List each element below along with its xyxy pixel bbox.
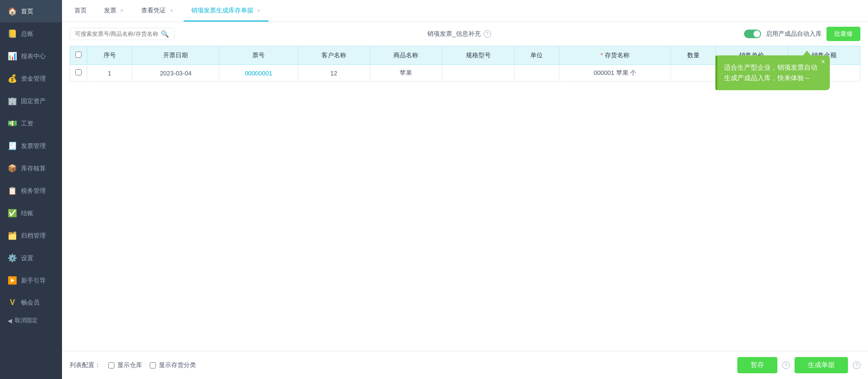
unpin-bar[interactable]: ◀ 取消固定 xyxy=(0,314,62,327)
config-label: 列表配置： xyxy=(70,361,101,369)
save-button[interactable]: 暂存 xyxy=(737,357,777,373)
show-warehouse-checkbox[interactable] xyxy=(108,362,114,368)
sidebar-label-guide: 新手引导 xyxy=(21,276,46,285)
save-info-icon[interactable]: ? xyxy=(782,361,790,369)
tooltip-text: 适合生产型企业，销项发票自动生成产成品入库，快来体验～ xyxy=(724,63,817,82)
sidebar-item-inventory[interactable]: 📦 库存核算 xyxy=(0,157,62,179)
header-no: 票号 xyxy=(219,46,298,65)
sidebar-item-guide[interactable]: ▶️ 新手引导 xyxy=(0,269,62,292)
sidebar-label-home: 首页 xyxy=(21,7,33,16)
tab-home[interactable]: 首页 xyxy=(67,0,94,21)
generate-info-icon[interactable]: ? xyxy=(853,361,860,369)
unpin-label: 取消固定 xyxy=(15,316,38,325)
row-seq: 1 xyxy=(87,65,132,82)
sidebar-item-settlement[interactable]: ✅ 结账 xyxy=(0,202,62,224)
sidebar-item-invoices[interactable]: 🧾 发票管理 xyxy=(0,135,62,157)
funds-icon: 💰 xyxy=(8,74,17,83)
sidebar: 🏠 首页 📒 总账 📊 报表中心 💰 资金管理 🏢 固定资产 💵 工资 🧾 发票… xyxy=(0,0,62,379)
row-inventory: 000001 苹果 个 xyxy=(559,65,671,82)
header-qty: 数量 xyxy=(671,46,715,65)
row-qty xyxy=(671,65,715,82)
row-no-link[interactable]: 00000001 xyxy=(245,70,272,77)
show-category-checkbox[interactable] xyxy=(150,362,156,368)
header-seq: 序号 xyxy=(87,46,132,65)
row-spec xyxy=(442,65,514,82)
archive-icon: 🗂️ xyxy=(8,231,17,240)
sidebar-label-tax: 税务管理 xyxy=(21,187,46,195)
row-customer: 12 xyxy=(298,65,370,82)
settlement-icon: ✅ xyxy=(8,209,17,218)
sidebar-item-assets[interactable]: 🏢 固定资产 xyxy=(0,90,62,112)
sidebar-label-reports: 报表中心 xyxy=(21,52,46,61)
tab-generate-close[interactable]: × xyxy=(256,8,261,13)
search-box[interactable]: 🔍 xyxy=(70,28,175,40)
footer: 列表配置： 显示仓库 显示存货分类 暂存 ? 生成单据 ? xyxy=(62,351,868,379)
sidebar-label-funds: 资金管理 xyxy=(21,74,46,83)
sidebar-item-wages[interactable]: 💵 工资 xyxy=(0,112,62,135)
table-container: 序号 开票日期 票号 客户名称 商品名称 规格型号 单位 存货名称 数量 销售单… xyxy=(62,46,868,351)
batch-edit-button[interactable]: 批量修 xyxy=(827,27,860,41)
tooltip-popup: × 适合生产型企业，销项发票自动生成产成品入库，快来体验～ xyxy=(715,55,830,90)
row-checkbox[interactable] xyxy=(75,69,82,75)
search-input[interactable] xyxy=(75,31,161,37)
sidebar-label-wages: 工资 xyxy=(21,119,33,128)
sidebar-item-home[interactable]: 🏠 首页 xyxy=(0,0,62,22)
sidebar-label-assets: 固定资产 xyxy=(21,97,46,105)
invoices-icon: 🧾 xyxy=(8,141,17,150)
sidebar-item-ledger[interactable]: 📒 总账 xyxy=(0,22,62,45)
reports-icon: 📊 xyxy=(8,52,17,61)
home-icon: 🏠 xyxy=(8,7,17,16)
row-unit xyxy=(514,65,559,82)
header-checkbox-cell xyxy=(70,46,87,65)
header-unit: 单位 xyxy=(514,46,559,65)
show-category-group: 显示存货分类 xyxy=(150,361,196,369)
header-spec: 规格型号 xyxy=(442,46,514,65)
tab-voucher-close[interactable]: × xyxy=(169,8,174,13)
settings-icon: ⚙️ xyxy=(8,253,17,263)
toolbar-left: 🔍 xyxy=(70,28,175,40)
toggle-label: 启用产成品自动入库 xyxy=(766,30,822,38)
tab-bar: 首页 发票 × 查看凭证 × 销项发票生成库存单据 × xyxy=(62,0,868,22)
tab-voucher[interactable]: 查看凭证 × xyxy=(134,0,181,21)
unpin-icon: ◀ xyxy=(8,317,12,324)
tooltip-close-button[interactable]: × xyxy=(821,58,825,65)
sidebar-item-vip[interactable]: V 畅会员 xyxy=(0,292,62,314)
vip-icon: V xyxy=(8,298,17,307)
sidebar-label-vip: 畅会员 xyxy=(21,298,40,307)
sidebar-item-settings[interactable]: ⚙️ 设置 xyxy=(0,247,62,269)
tab-invoice-label: 发票 xyxy=(104,6,116,15)
toolbar-center: 销项发票_信息补充 ? xyxy=(427,30,491,38)
sidebar-item-archive[interactable]: 🗂️ 归档管理 xyxy=(0,224,62,247)
header-goods: 商品名称 xyxy=(370,46,442,65)
row-checkbox-cell xyxy=(70,65,87,82)
auto-warehouse-toggle[interactable] xyxy=(744,30,761,38)
row-goods: 苹果 xyxy=(370,65,442,82)
sidebar-item-reports[interactable]: 📊 报表中心 xyxy=(0,45,62,67)
show-category-label: 显示存货分类 xyxy=(159,361,196,369)
tab-generate[interactable]: 销项发票生成库存单据 × xyxy=(184,0,269,21)
sidebar-label-ledger: 总账 xyxy=(21,30,33,38)
guide-icon: ▶️ xyxy=(8,276,17,285)
tab-invoice[interactable]: 发票 × xyxy=(96,0,132,21)
tab-home-label: 首页 xyxy=(74,6,87,15)
main-area: 首页 发票 × 查看凭证 × 销项发票生成库存单据 × 🔍 销项发票_信息补充 xyxy=(62,0,868,379)
tab-invoice-close[interactable]: × xyxy=(119,8,124,13)
toolbar-right: 启用产成品自动入库 批量修 xyxy=(744,27,860,41)
center-info-icon[interactable]: ? xyxy=(484,30,491,38)
sidebar-label-invoices: 发票管理 xyxy=(21,142,46,150)
sidebar-item-funds[interactable]: 💰 资金管理 xyxy=(0,67,62,90)
sidebar-label-settlement: 结账 xyxy=(21,209,33,218)
tooltip-bar xyxy=(715,55,717,90)
sidebar-label-settings: 设置 xyxy=(21,254,33,263)
ledger-icon: 📒 xyxy=(8,29,17,38)
sidebar-label-inventory: 库存核算 xyxy=(21,164,46,173)
tab-generate-label: 销项发票生成库存单据 xyxy=(191,6,253,15)
sidebar-label-archive: 归档管理 xyxy=(21,232,46,240)
row-date: 2023-03-04 xyxy=(132,65,219,82)
search-icon: 🔍 xyxy=(161,30,169,38)
generate-button[interactable]: 生成单据 xyxy=(795,357,848,373)
sidebar-item-tax[interactable]: 📋 税务管理 xyxy=(0,179,62,202)
select-all-checkbox[interactable] xyxy=(75,52,82,58)
wages-icon: 💵 xyxy=(8,119,17,128)
tax-icon: 📋 xyxy=(8,186,17,195)
